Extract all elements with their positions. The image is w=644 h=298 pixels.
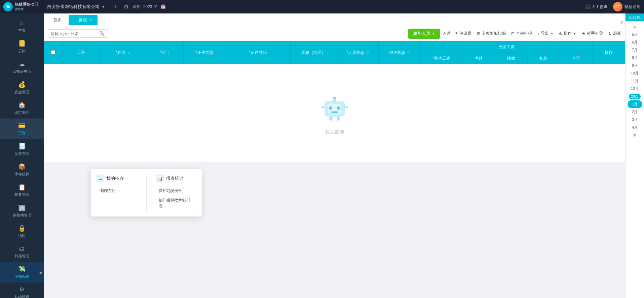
timeline-year-badge: 2023 (629, 94, 640, 99)
popup-item-my-todo[interactable]: 我的待办 (96, 186, 137, 196)
refresh-btn[interactable]: ↻ 刷新 (608, 31, 621, 36)
invoice-icon: 🧾 (18, 142, 26, 150)
new-guide-star-icon: ★ (582, 31, 585, 36)
popup-report-title: 📊 报表统计 (156, 174, 197, 183)
home-icon: ⌂ (20, 20, 24, 27)
timeline-nav: ▲ 5月 6月 7月 8月 9月 10月 11月 12月 2023 1月 2月 … (626, 21, 644, 141)
modal-close-btn[interactable]: ✕ (619, 19, 624, 26)
sidebar-label-assets: 固定资产 (14, 110, 29, 115)
search-input[interactable] (51, 31, 98, 36)
tab-home[interactable]: 首页 (48, 15, 67, 25)
toolbar-actions: ⊙ 统一社保设置 ⊞ 专项附加扣除 ⊡ 个税申报 ↑ 导出 ▼ ⊕ (443, 31, 621, 36)
customer-service-btn[interactable]: 🎧 人工咨询 (585, 4, 608, 10)
popup-todo-title: ☁ 我的待办 (96, 174, 137, 183)
timeline-month-9[interactable]: 9月 (626, 62, 644, 69)
sidebar-item-fund[interactable]: 💰 资金管理 (0, 77, 44, 98)
operations-arrow-icon: ▼ (573, 32, 576, 35)
timeline-up-arrow[interactable]: ▲ (631, 23, 639, 31)
add-person-button[interactable]: 添加人员 ▼ (408, 29, 440, 39)
sidebar-item-general-ledger[interactable]: 📒 总账 (0, 36, 44, 57)
inventory-icon: 📦 (18, 163, 26, 170)
sidebar-label-expense: 小畅报销 (14, 274, 29, 279)
select-all-checkbox[interactable] (51, 50, 55, 55)
timeline-month-8[interactable]: 8月 (626, 54, 644, 62)
empty-state: 暂无数据 (44, 64, 625, 162)
th-personnel-status[interactable]: *人员状态 ▽ (337, 41, 378, 64)
table-body: 暂无数据 (44, 64, 625, 162)
popup-item-dept-expense[interactable]: 部门费用类型统计表 (156, 196, 197, 211)
tab-bar: 首页 工资表 ✕ ✕ (44, 13, 625, 26)
sidebar-item-fixed-assets[interactable]: 🏠 固定资产 (0, 98, 44, 119)
sidebar-item-cloud-report[interactable]: ☁ 云报表中心 (0, 57, 44, 77)
dropdown-arrow-icon: ▼ (432, 32, 435, 35)
th-report-status[interactable]: 报送状态 ▽ (379, 41, 420, 64)
calendar-icon[interactable]: 📅 (161, 4, 166, 9)
tab-close-icon[interactable]: ✕ (89, 18, 92, 22)
timeline-down-arrow[interactable]: ▼ (631, 131, 639, 139)
th-total: 合计 (560, 53, 593, 64)
sidebar-item-inventory[interactable]: 📦 库存核算 (0, 160, 44, 180)
chevron-down-icon: ▼ (102, 5, 105, 9)
logo-sub: 旗舰版 (15, 7, 39, 11)
settings-icon[interactable]: ⚙ (122, 2, 130, 11)
special-deduct-label: 专项附加扣除 (482, 31, 506, 36)
popup-col-report: 📊 报表统计 费用趋势分析 部门费用类型统计表 (156, 174, 197, 211)
timeline-month-3[interactable]: 3月 (626, 116, 644, 124)
social-security-btn[interactable]: ⊙ 统一社保设置 (443, 31, 471, 36)
sidebar-item-tax[interactable]: 📋 税务管理 (0, 180, 44, 201)
th-ops: 操作 (593, 41, 625, 64)
search-icon[interactable]: 🔍 (99, 31, 105, 36)
company-selector[interactable]: 西安虾米网络科技有限公司 ▼ (47, 4, 105, 10)
timeline-month-2[interactable]: 2月 (626, 108, 644, 116)
popup-item-expense-trend[interactable]: 费用趋势分析 (156, 186, 197, 196)
sidebar-item-archive[interactable]: 🗂 归档管理 (0, 242, 44, 262)
report-title-label: 报表统计 (166, 175, 184, 181)
timeline-month-7[interactable]: 7月 (626, 46, 644, 54)
new-guide-btn[interactable]: ★ 新手引导 (582, 31, 603, 36)
svg-rect-4 (331, 111, 338, 113)
th-subsidy: 津贴 (462, 53, 495, 64)
empty-state-text: 暂无数据 (325, 129, 344, 135)
timeline-month-12[interactable]: 12月 (626, 85, 644, 93)
timeline-month-5[interactable]: 5月 (626, 31, 644, 38)
sidebar-item-home[interactable]: ⌂ 首页 (0, 16, 44, 36)
special-deduct-btn[interactable]: ⊞ 专项附加扣除 (477, 31, 506, 36)
tab-salary[interactable]: 工资表 ✕ (69, 15, 98, 25)
export-btn[interactable]: ↑ 导出 ▼ (537, 31, 554, 36)
th-checkbox[interactable] (44, 41, 63, 64)
timeline-month-6[interactable]: 6月 (626, 38, 644, 46)
headset-icon: 🎧 (585, 4, 590, 9)
th-name[interactable]: *姓名 ⇅ (100, 41, 146, 64)
timeline-month-current[interactable]: 1月 (628, 100, 642, 108)
sidebar-item-closing[interactable]: 🔒 结账 (0, 221, 44, 242)
user-area[interactable]: CE 畅捷通组 (613, 2, 641, 11)
th-payroll-group: 应发工资 (420, 41, 592, 53)
operations-label: 操作 (564, 31, 572, 36)
personal-tax-btn[interactable]: ⊡ 个税申报 (511, 31, 532, 36)
status-filter-icon: ▽ (366, 51, 369, 55)
header-actions: ＋ ⚙ 账期 2023-01 📅 (112, 2, 166, 12)
sidebar-item-invoice[interactable]: 🧾 发票管理 (0, 139, 44, 160)
logo-area: 畅 畅捷通好会计 旗舰版 (3, 2, 44, 11)
table-row-empty: 暂无数据 (44, 64, 625, 162)
sidebar-item-basic-settings[interactable]: ⚙ 基础设置 (0, 283, 44, 298)
refresh-label: 刷新 (613, 31, 621, 36)
timeline-month-4[interactable]: 4月 (626, 124, 644, 131)
sidebar-item-salary[interactable]: 💳 工资 (0, 119, 44, 139)
th-base-wage: *基本工资 (420, 53, 462, 64)
add-person-label: 添加人员 (413, 31, 430, 37)
sidebar-item-xiaochang[interactable]: 💸 小畅报销 ◀ (0, 262, 44, 283)
sidebar-item-multi-org[interactable]: 🏢 多机构管理 (0, 201, 44, 221)
sidebar-label-tax: 税务管理 (14, 192, 29, 197)
report-filter-icon: ▽ (407, 51, 410, 55)
th-id-type: *证件类型 (183, 41, 225, 64)
timeline-month-11[interactable]: 11月 (626, 77, 644, 85)
todo-title-label: 我的待办 (106, 175, 124, 181)
special-deduct-icon: ⊞ (477, 31, 480, 36)
search-wrap: 🔍 (48, 29, 108, 38)
table-container: 工号 *姓名 ⇅ *部门 *证件类型 *证件号码 国籍（地区） *人员状态 ▽ … (44, 41, 625, 298)
timeline-month-10[interactable]: 10月 (626, 69, 644, 77)
add-icon[interactable]: ＋ (112, 2, 120, 12)
right-panel-header: 2023.01 (626, 13, 644, 21)
operations-btn[interactable]: ⊕ 操作 ▼ (559, 31, 576, 36)
